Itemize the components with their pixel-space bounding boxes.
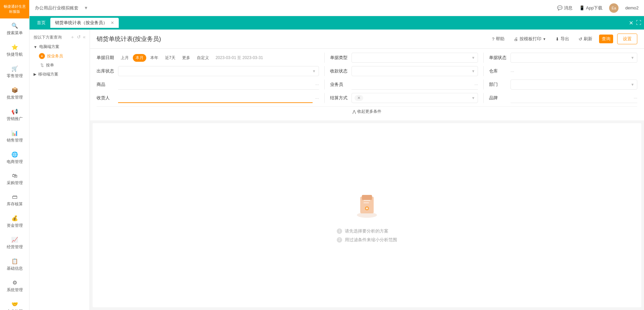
- download-icon: 📱: [579, 5, 585, 10]
- filter-collection: 收款状态 ▼: [330, 66, 478, 76]
- app-download-link[interactable]: 📱 App下载: [579, 5, 602, 11]
- message-link[interactable]: 💬 消息: [557, 5, 573, 11]
- tree-item-desktop[interactable]: ▼ 电脑端方案: [30, 42, 90, 51]
- help-icon: ?: [492, 37, 494, 42]
- goods-input-area: ···: [118, 80, 319, 90]
- sidebar-item-label-purchase: 采购管理: [7, 180, 23, 186]
- sidebar-item-basic-info[interactable]: 📋基础信息: [0, 254, 29, 275]
- sidebar-item-label-inventory: 库存核算: [7, 201, 23, 207]
- date-range-text: 2023-03-01 至 2023-03-31: [216, 55, 263, 61]
- tab-home[interactable]: 首页: [32, 18, 50, 28]
- divider-4: [483, 66, 484, 76]
- divider-2: [483, 53, 484, 63]
- settlement-chevron: ▼: [471, 96, 475, 100]
- doc-type-select[interactable]: ▼: [352, 53, 478, 63]
- tree-sub-item-salesman[interactable]: ● 按业务员: [30, 51, 90, 61]
- filter-goods: 商品 ···: [97, 80, 319, 90]
- tree-label-salesman: 按业务员: [47, 53, 63, 59]
- settlement-tag-x[interactable]: ✕: [357, 96, 361, 100]
- goods-dots-btn[interactable]: ···: [315, 82, 319, 87]
- breadcrumb-dropdown-icon[interactable]: ▼: [84, 5, 88, 10]
- sidebar-item-marketing[interactable]: 📢营销推广: [0, 104, 29, 126]
- department-chevron: ▼: [631, 83, 634, 87]
- sidebar-item-wholesale[interactable]: 📦批发管理: [0, 83, 29, 104]
- export-button[interactable]: ⬇ 导出: [553, 35, 572, 43]
- date-btn-this-year[interactable]: 本年: [148, 54, 161, 62]
- sidebar-item-sales[interactable]: 📊销售管理: [0, 126, 29, 147]
- active-dot: ●: [39, 53, 45, 59]
- department-label: 部门: [489, 82, 508, 88]
- tab-close-icon[interactable]: ✕: [111, 20, 114, 25]
- add-icon[interactable]: ＋: [70, 34, 75, 40]
- sidebar-item-search-menu[interactable]: 🔍搜索菜单: [0, 18, 29, 40]
- salesman-dots-btn[interactable]: ···: [474, 82, 478, 87]
- print-button[interactable]: 🖨 按模板打印 ▼: [511, 35, 549, 43]
- filter-brand: 品牌 ···: [489, 93, 637, 103]
- username-label: demo2: [625, 5, 639, 10]
- doc-type-chevron: ▼: [471, 56, 475, 60]
- tab-sales-stat[interactable]: 销货单统计表（按业务员） ✕: [50, 18, 119, 28]
- sidebar-item-operations[interactable]: 📈经营管理: [0, 232, 29, 254]
- empty-icon: [350, 187, 384, 220]
- refresh-button[interactable]: ↺ 刷新: [576, 35, 595, 43]
- divider-5: [324, 80, 325, 90]
- query-button[interactable]: 查询: [599, 35, 613, 43]
- finance-icon: 💰: [11, 215, 18, 221]
- collection-select[interactable]: ▼: [352, 66, 478, 76]
- collapse-button[interactable]: ⋀ 收起更多条件: [97, 106, 637, 116]
- filter-salesman: 业务员 ···: [330, 80, 478, 90]
- doc-status-label: 单据状态: [489, 55, 508, 61]
- tree-item-mobile[interactable]: ▶ 移动端方案: [30, 70, 90, 79]
- settlement-select[interactable]: ✕ ▼: [352, 93, 478, 103]
- settings-button[interactable]: 设置: [617, 34, 637, 44]
- tab-bar: 首页 销货单统计表（按业务员） ✕ ✕ ⛶: [30, 16, 644, 30]
- right-panel: 销货单统计表(按业务员) ? 帮助 🖨 按模板打印 ▼ ⬇ 导出: [90, 30, 644, 310]
- doc-status-select[interactable]: ▼: [511, 53, 637, 63]
- warehouse-dots[interactable]: ···: [511, 69, 514, 74]
- search-menu-icon: 🔍: [11, 22, 18, 29]
- refresh-scheme-icon[interactable]: ↺: [77, 34, 81, 40]
- filter-receiver: 收货人 ···: [97, 93, 319, 103]
- sidebar-item-purchase[interactable]: 🛍采购管理: [0, 169, 29, 190]
- system-icon: ⚙: [12, 279, 17, 286]
- date-btn-this-month[interactable]: 本月: [133, 54, 146, 62]
- wholesale-icon: 📦: [11, 87, 18, 93]
- retail-icon: 🛒: [11, 65, 18, 72]
- brand-dots-btn[interactable]: ···: [634, 95, 637, 100]
- sidebar-item-label-search-menu: 搜索菜单: [7, 30, 23, 36]
- filter-warehouse: 仓库 ···: [489, 68, 637, 74]
- help-button[interactable]: ? 帮助: [489, 35, 507, 43]
- receiver-input[interactable]: [118, 93, 313, 103]
- receiver-dots[interactable]: ···: [315, 96, 319, 101]
- sidebar-item-label-marketing: 营销推广: [7, 116, 23, 122]
- tree-sub-item-by-doc[interactable]: ⇅ 按单: [30, 61, 90, 70]
- marketing-icon: 📢: [11, 108, 18, 115]
- page-actions: ? 帮助 🖨 按模板打印 ▼ ⬇ 导出 ↺ 刷新: [489, 34, 637, 48]
- date-group: 上月 本月 本年 近7天 更多 自定义 2023-03-01 至 2023-03…: [118, 54, 319, 62]
- date-btn-last-month[interactable]: 上月: [118, 54, 131, 62]
- salesman-label: 业务员: [330, 82, 349, 88]
- page-header: 销货单统计表(按业务员) ? 帮助 🖨 按模板打印 ▼ ⬇ 导出: [90, 30, 644, 49]
- stock-out-select[interactable]: ▼: [118, 66, 319, 76]
- date-btn-custom[interactable]: 自定义: [194, 54, 212, 62]
- sidebar-item-finance[interactable]: 💰资金管理: [0, 211, 29, 232]
- tab-expand-icon[interactable]: ⛶: [636, 20, 641, 26]
- svg-rect-3: [364, 200, 370, 201]
- sidebar: 畅捷通好生意 标服版 🔍搜索菜单⭐快捷导航🛒零售管理📦批发管理📢营销推广📊销售管…: [0, 0, 30, 310]
- sidebar-item-system[interactable]: ⚙系统管理: [0, 275, 29, 297]
- collapse-panel-icon[interactable]: «: [83, 34, 86, 40]
- sidebar-item-retail[interactable]: 🛒零售管理: [0, 61, 29, 83]
- divider-3: [324, 66, 325, 76]
- user-avatar[interactable]: Ea: [609, 3, 619, 13]
- filter-doc-type: 单据类型 ▼: [330, 53, 478, 63]
- date-btn-7days[interactable]: 近7天: [162, 54, 178, 62]
- sidebar-item-inventory[interactable]: 🗃库存核算: [0, 190, 29, 211]
- left-panel-header: 按以下方案查询 ＋ ↺ «: [30, 32, 90, 42]
- sidebar-item-ecommerce[interactable]: 🌐电商管理: [0, 147, 29, 169]
- date-btn-more[interactable]: 更多: [179, 54, 193, 62]
- sidebar-item-enterprise[interactable]: 🤝企业协同: [0, 297, 29, 310]
- department-select[interactable]: ▼: [511, 80, 637, 90]
- sidebar-item-quick-nav[interactable]: ⭐快捷导航: [0, 40, 29, 61]
- tab-close-all-icon[interactable]: ✕: [629, 20, 633, 26]
- print-dropdown-icon: ▼: [543, 37, 546, 41]
